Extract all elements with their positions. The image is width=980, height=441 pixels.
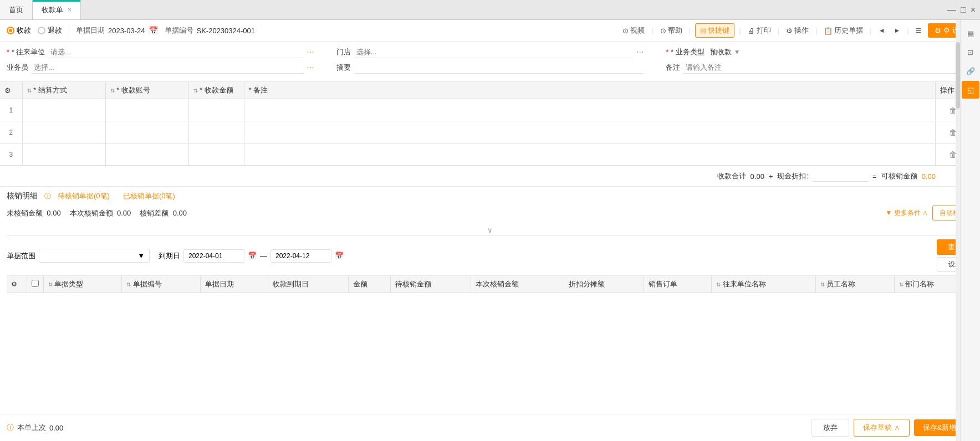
radio-receipt-circle (7, 27, 14, 34)
calendar-to-icon[interactable]: 📅 (335, 252, 344, 260)
sidebar-table-icon[interactable]: ▤ (962, 24, 979, 42)
radio-refund[interactable]: 退款 (38, 25, 62, 35)
date-label: 单据日期 (76, 25, 105, 35)
scrollbar-thumb[interactable] (956, 42, 960, 109)
diff-stat: 核销差额 0.00 (140, 208, 187, 218)
row1-settle[interactable] (22, 99, 105, 121)
prev-btn[interactable]: ◄ (876, 25, 887, 35)
date-to-input[interactable] (270, 249, 331, 263)
discount-input[interactable] (813, 171, 868, 182)
range-select[interactable]: ▼ (39, 249, 150, 263)
counterpart-more-icon[interactable]: ··· (307, 47, 314, 57)
business-type-value: 预收款 (710, 47, 732, 57)
note-input[interactable] (683, 61, 973, 74)
abandon-btn[interactable]: 放弃 (811, 419, 849, 437)
bottom-col-type: ⇅ 单据类型 (43, 276, 122, 293)
calendar-from-icon[interactable]: 📅 (248, 252, 257, 260)
store-more-icon[interactable]: ··· (636, 47, 644, 57)
staff-input[interactable] (32, 61, 304, 74)
row1-amount[interactable] (188, 99, 244, 121)
bottom-col-current: 本次核销金额 (471, 276, 564, 293)
print-btn[interactable]: 🖨 打印 (746, 24, 773, 37)
history-icon: 📋 (824, 27, 833, 35)
done-tab[interactable]: 已核销单据(0笔) (123, 191, 175, 201)
row-num-3: 3 (0, 143, 22, 166)
close-icon[interactable]: × (971, 5, 976, 15)
history-btn[interactable]: 📋 历史单据 (821, 24, 865, 37)
next-btn[interactable]: ► (892, 25, 903, 35)
discount-label: 现金折扣: (777, 171, 808, 181)
equals-sign: = (872, 172, 877, 181)
staff-label: 业务员 (7, 63, 28, 73)
pending-tab[interactable]: 待核销单据(0笔) (58, 191, 110, 201)
select-all-checkbox[interactable] (32, 280, 39, 287)
current-stat: 本次核销金额 0.00 (70, 208, 131, 218)
counterpart-input[interactable] (48, 46, 304, 58)
business-type-dropdown[interactable]: ▼ (734, 48, 741, 56)
recon-header: 核销明细 ⓘ 待核销单据(0笔) 已核销单据(0笔) (7, 191, 973, 201)
row2-settle[interactable] (22, 121, 105, 143)
operation-btn[interactable]: ⚙ 操作 (784, 24, 811, 37)
date-field: 单据日期 2023-03-24 📅 (76, 25, 158, 35)
row2-amount[interactable] (188, 121, 244, 143)
col-gear[interactable]: ⚙ (0, 82, 22, 99)
bottom-col-checkbox[interactable] (27, 276, 43, 293)
footer-left: ⓘ 本单上次 0.00 (7, 423, 63, 433)
footer: ⓘ 本单上次 0.00 放弃 保存草稿 ∧ 保存&新增 ∧ (0, 414, 980, 441)
row-num-2: 2 (0, 121, 22, 143)
sidebar-expand-icon[interactable]: ◱ (962, 81, 979, 99)
reconciliation-section: 核销明细 ⓘ 待核销单据(0笔) 已核销单据(0笔) 未核销金额 0.00 本次… (0, 187, 980, 414)
tab-close-icon[interactable]: × (68, 6, 72, 14)
row3-amount[interactable] (188, 143, 244, 166)
filter-row: 单据范围 ▼ 到期日 📅 — 📅 查询 设置 (7, 235, 973, 275)
footer-info-icon[interactable]: ⓘ (7, 423, 14, 433)
bottom-col-pending: 待核销金额 (390, 276, 471, 293)
menu-icon[interactable]: ≡ (913, 24, 924, 38)
row1-account[interactable] (105, 99, 188, 121)
recon-info-icon[interactable]: ⓘ (44, 192, 51, 201)
minimize-icon[interactable]: — (947, 5, 956, 15)
store-input[interactable] (354, 46, 634, 58)
date-calendar-icon[interactable]: 📅 (149, 26, 158, 35)
tab-home[interactable]: 首页 (0, 0, 33, 19)
row3-remark[interactable] (244, 143, 936, 166)
collapse-arrow[interactable]: ∨ (7, 225, 973, 235)
save-draft-btn[interactable]: 保存草稿 ∧ (854, 419, 910, 437)
note-field: 备注 (666, 61, 973, 74)
col-settle-header: ⇅ * 结算方式 (22, 82, 105, 99)
row3-account[interactable] (105, 143, 188, 166)
summary-input[interactable] (354, 61, 644, 74)
date-from-input[interactable] (183, 249, 244, 263)
tab-receipt-label: 收款单 (42, 5, 63, 15)
staff-more-icon[interactable]: ··· (307, 63, 314, 73)
help-btn[interactable]: ⊙ 帮助 (658, 24, 685, 37)
tab-receipt[interactable]: 收款单 × (33, 0, 81, 19)
scrollbar[interactable] (956, 20, 960, 441)
counterpart-field: * * 往来单位 ··· (7, 46, 314, 58)
row-num-1: 1 (0, 99, 22, 121)
row1-remark[interactable] (244, 99, 936, 121)
summary-label: 摘要 (336, 63, 351, 73)
form-row-2: 业务员 ··· 摘要 备注 (7, 61, 973, 74)
total-value: 0.00 (751, 172, 764, 181)
row3-settle[interactable] (22, 143, 105, 166)
receipt-type-group: 收款 退款 (7, 25, 62, 35)
divider1 (69, 25, 69, 36)
shortcut-btn[interactable]: ⊟ 快捷键 (695, 23, 734, 38)
bottom-table-section: ⚙ ⇅ 单据类型 ⇅ 单据编号 单据日期 (7, 275, 973, 414)
right-sidebar: ▤ ⊡ 🔗 ◱ (960, 20, 980, 441)
number-value: SK-20230324-001 (197, 27, 256, 35)
sidebar-grid-icon[interactable]: ⊡ (962, 43, 979, 61)
row2-remark[interactable] (244, 121, 936, 143)
sidebar-link-icon[interactable]: 🔗 (962, 62, 979, 80)
row2-account[interactable] (105, 121, 188, 143)
grid-icon: ⊡ (967, 48, 973, 57)
help-icon: ⊙ (660, 27, 666, 35)
link-icon: 🔗 (966, 67, 975, 75)
more-conditions-btn[interactable]: ▼ 更多条件 ∧ (885, 208, 928, 218)
number-field: 单据编号 SK-20230324-001 (165, 25, 256, 35)
maximize-icon[interactable]: □ (961, 5, 966, 15)
radio-receipt[interactable]: 收款 (7, 25, 31, 35)
bottom-col-gear[interactable]: ⚙ (7, 276, 27, 293)
video-btn[interactable]: ⊙ 视频 (620, 24, 647, 37)
